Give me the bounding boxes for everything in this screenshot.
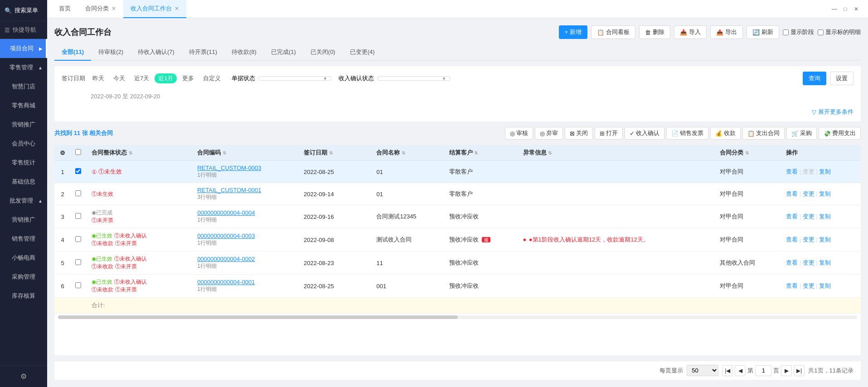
op-change[interactable]: 变更 [803, 282, 815, 289]
expand-more-btn[interactable]: ▽ 展开更多条件 [812, 108, 853, 116]
row-select-checkbox[interactable] [75, 213, 81, 219]
first-page-btn[interactable]: |◀ [722, 365, 733, 376]
op-copy[interactable]: 复制 [819, 236, 831, 243]
new-button[interactable]: + 新增 [559, 25, 587, 39]
maximize-button[interactable]: □ [842, 5, 849, 13]
last-page-btn[interactable]: ▶| [794, 365, 805, 376]
op-view[interactable]: 查看 [786, 236, 798, 243]
import-button[interactable]: 📥 导入 [674, 25, 707, 39]
payment-btn[interactable]: 💰 收款 [710, 127, 741, 140]
contract-code-link[interactable]: RETAIL_CUSTOM-0001 [197, 187, 261, 194]
op-view[interactable]: 查看 [786, 190, 798, 197]
sidebar-item-inventory[interactable]: 库存核算 [0, 286, 47, 305]
op-copy[interactable]: 复制 [819, 282, 831, 289]
contract-code-link[interactable]: 0000000000004-0002 [197, 256, 255, 262]
contract-board-button[interactable]: 📋 合同看板 [591, 25, 635, 39]
sort-icon-5[interactable]: ⇅ [474, 150, 478, 155]
row-select-checkbox[interactable] [75, 282, 81, 288]
contract-code-link[interactable]: 0000000000004-0004 [197, 209, 255, 216]
date-btn-yesterday[interactable]: 昨天 [89, 73, 108, 83]
sidebar-item-purchase[interactable]: 采购管理 [0, 267, 47, 286]
close-button[interactable]: ✕ [853, 5, 860, 13]
quick-nav-item[interactable]: ☰ 快捷导航 [0, 21, 47, 39]
sort-icon-6[interactable]: ⇅ [548, 150, 552, 155]
gear-icon[interactable]: ⚙ [20, 372, 27, 381]
sidebar-item-retail-stats[interactable]: 零售统计 [0, 153, 47, 172]
sidebar-item-retail-mgmt[interactable]: 零售管理 ▲ [0, 58, 47, 77]
income-confirm-btn[interactable]: ✓ 收入确认 [625, 127, 664, 140]
op-view[interactable]: 查看 [786, 282, 798, 289]
op-change[interactable]: 变更 [803, 190, 815, 197]
sidebar-item-xiaochang[interactable]: 小畅电商 [0, 248, 47, 267]
scrollbar-thumb[interactable] [58, 315, 458, 319]
filter-tab-changed[interactable]: 已变更(4) [343, 44, 382, 61]
op-change[interactable]: 变更 [803, 213, 815, 220]
sort-icon-4[interactable]: ⇅ [402, 150, 405, 155]
status-select[interactable]: ▼ [259, 76, 331, 81]
next-page-btn[interactable]: ▶ [781, 365, 792, 376]
sort-icon-2[interactable]: ⇅ [223, 150, 226, 155]
close-contract-btn[interactable]: ⊠ 关闭 [565, 127, 593, 140]
row-select-checkbox[interactable] [75, 259, 81, 265]
col-settings[interactable]: ⚙ [54, 145, 71, 161]
date-btn-today[interactable]: 今天 [110, 73, 129, 83]
tab-close-income-workbench[interactable]: ✕ [175, 5, 179, 12]
op-view[interactable]: 查看 [786, 168, 798, 175]
page-input[interactable] [755, 365, 771, 376]
sidebar-item-member[interactable]: 会员中心 [0, 134, 47, 153]
sidebar-item-basic-info[interactable]: 基础信息 [0, 172, 47, 191]
purchase-btn[interactable]: 🛒 采购 [786, 127, 817, 140]
page-size-select[interactable]: 50 20 100 [687, 365, 718, 376]
filter-tab-pending-review[interactable]: 待审核(2) [91, 44, 131, 61]
open-btn[interactable]: ⊞ 打开 [595, 127, 623, 140]
contract-code-link[interactable]: 0000000000004-0001 [197, 279, 255, 285]
op-copy[interactable]: 复制 [819, 168, 831, 175]
query-button[interactable]: 查询 [803, 72, 826, 85]
date-btn-last1month[interactable]: 近1月 [155, 73, 177, 83]
minimize-button[interactable]: — [831, 5, 838, 13]
op-view[interactable]: 查看 [786, 259, 798, 266]
op-copy[interactable]: 复制 [819, 190, 831, 197]
sidebar-item-smart-store[interactable]: 智慧门店 [0, 77, 47, 96]
setting-button[interactable]: 设置 [830, 72, 853, 85]
tab-income-workbench[interactable]: 收入合同工作台 ✕ [123, 0, 186, 18]
row-select-checkbox[interactable] [75, 168, 81, 174]
date-btn-more[interactable]: 更多 [179, 73, 198, 83]
tab-close-contract-type[interactable]: ✕ [112, 5, 116, 12]
out-contract-btn[interactable]: 📋 支出合同 [742, 127, 785, 140]
sidebar-item-sales-marketing[interactable]: 营销推广 [0, 210, 47, 229]
sidebar-item-wholesale-mgmt[interactable]: 批发管理 ▲ [0, 191, 47, 210]
export-button[interactable]: 📤 导出 [710, 25, 743, 39]
filter-tab-completed[interactable]: 已完成(1) [264, 44, 303, 61]
filter-tab-pending-income[interactable]: 待收入确认(7) [131, 44, 182, 61]
delete-button[interactable]: 🗑 删除 [639, 25, 670, 39]
sidebar-item-project[interactable]: 项目合同 ▶ [0, 39, 47, 58]
filter-tab-all[interactable]: 全部(11) [54, 44, 91, 61]
filter-tab-pending-invoice[interactable]: 待开票(11) [182, 44, 224, 61]
fee-out-btn[interactable]: 💸 费用支出 [819, 127, 861, 140]
op-copy[interactable]: 复制 [819, 259, 831, 266]
contract-code-link[interactable]: 0000000000004-0003 [197, 232, 255, 239]
sort-icon-7[interactable]: ⇅ [745, 150, 749, 155]
filter-tab-pending-payment[interactable]: 待收款(8) [224, 44, 264, 61]
row-select-checkbox[interactable] [75, 190, 81, 196]
abandon-btn[interactable]: ◎ 弃审 [535, 127, 563, 140]
filter-tab-closed[interactable]: 已关闭(0) [303, 44, 343, 61]
show-segments-checkbox[interactable]: 显示阶段 [783, 28, 814, 36]
sort-icon-3[interactable]: ⇅ [329, 150, 333, 155]
income-confirm-select[interactable]: ▼ [378, 76, 450, 81]
tab-contract-type[interactable]: 合同分类 ✕ [78, 0, 123, 18]
sales-invoice-btn[interactable]: 📄 销售发票 [666, 127, 708, 140]
row-select-checkbox[interactable] [75, 236, 81, 242]
date-btn-last7[interactable]: 近7天 [131, 73, 153, 83]
op-change[interactable]: 变更 [803, 259, 815, 266]
op-copy[interactable]: 复制 [819, 213, 831, 220]
op-change[interactable]: 变更 [803, 236, 815, 243]
op-view[interactable]: 查看 [786, 213, 798, 220]
date-btn-custom[interactable]: 自定义 [199, 73, 224, 83]
select-all-checkbox[interactable] [75, 149, 81, 155]
sort-icon[interactable]: ⇅ [129, 150, 132, 155]
contract-code-link[interactable]: RETAIL_CUSTOM-0003 [197, 164, 261, 171]
tab-home[interactable]: 首页 [52, 0, 78, 18]
sidebar-item-retail-mall[interactable]: 零售商城 [0, 96, 47, 115]
